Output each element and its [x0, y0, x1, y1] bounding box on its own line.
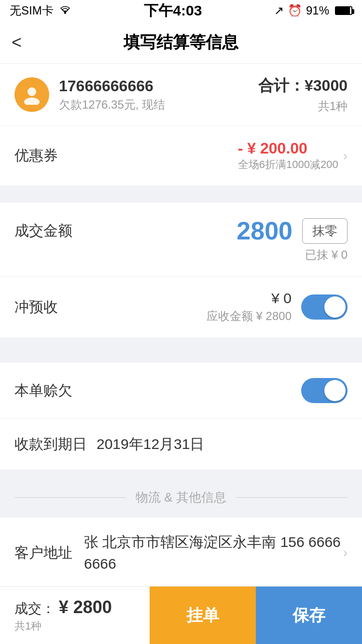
round-button[interactable]: 抹零 — [302, 218, 348, 244]
due-date-row: 收款到期日 2019年12月31日 — [14, 434, 348, 454]
logistics-title: 物流 & 其他信息 — [136, 489, 226, 506]
coupon-desc: 全场6折满1000减200 — [238, 157, 338, 172]
user-phone: 17666666666 — [59, 77, 258, 95]
divider-1 — [0, 193, 362, 203]
bottom-deal-row: 成交： ¥ 2800 — [14, 597, 135, 618]
address-label: 客户地址 — [14, 543, 72, 563]
battery-percent: 91% — [306, 4, 329, 17]
total-amount: 合计：¥3000 — [258, 75, 348, 97]
address-chevron-icon: › — [343, 545, 348, 560]
bad-debt-card: 本单赊欠 收款到期日 2019年12月31日 — [0, 363, 362, 470]
address-value: 张 北京市市辖区海淀区永丰南 156 6666 6666 — [84, 531, 343, 574]
back-button[interactable]: < — [12, 32, 22, 53]
svg-point-0 — [64, 12, 66, 14]
user-sub: 欠款1276.35元, 现结 — [59, 97, 258, 112]
prepay-values: ¥ 0 应收金额 ¥ 2800 — [207, 290, 292, 324]
battery-icon — [335, 6, 352, 15]
total-sub: 共1种 — [258, 98, 348, 114]
alarm-icon: ⏰ — [288, 4, 302, 17]
user-info: 17666666666 欠款1276.35元, 现结 — [59, 77, 258, 112]
amount-section: 成交金额 2800 抹零 已抹 ¥ 0 — [0, 203, 362, 276]
amount-row: 成交金额 2800 抹零 — [14, 216, 348, 245]
user-total: 合计：¥3000 共1种 — [258, 75, 348, 114]
amount-label: 成交金额 — [14, 221, 72, 241]
coupon-row[interactable]: 优惠券 - ¥ 200.00 全场6折满1000减200 › — [0, 126, 362, 185]
address-card: 客户地址 张 北京市市辖区海淀区永丰南 156 6666 6666 › — [0, 518, 362, 588]
amount-value: 2800 — [237, 216, 292, 245]
divider-2 — [0, 345, 362, 355]
coupon-right: - ¥ 200.00 全场6折满1000减200 › — [238, 140, 348, 172]
deal-amount-card: 成交金额 2800 抹零 已抹 ¥ 0 冲预收 ¥ 0 应收金额 ¥ 2800 — [0, 203, 362, 337]
bad-debt-label: 本单赊欠 — [14, 381, 72, 401]
bottom-summary: 成交： ¥ 2800 共1种 — [0, 597, 150, 633]
bad-debt-toggle[interactable] — [301, 378, 348, 403]
status-right: ↗ ⏰ 91% — [274, 4, 352, 17]
carrier-text: 无SIM卡 — [10, 3, 54, 18]
due-date-value: 2019年12月31日 — [97, 434, 204, 454]
prepay-toggle[interactable] — [301, 294, 348, 320]
svg-point-2 — [24, 98, 40, 105]
bottom-sub: 共1种 — [14, 619, 135, 633]
avatar — [14, 77, 49, 112]
user-info-card: 17666666666 欠款1276.35元, 现结 合计：¥3000 共1种 … — [0, 64, 362, 185]
bad-debt-section: 本单赊欠 — [0, 363, 362, 419]
status-left: 无SIM卡 — [10, 3, 72, 18]
logistics-header: 物流 & 其他信息 — [0, 477, 362, 518]
prepay-sub: 应收金额 ¥ 2800 — [207, 308, 292, 324]
logistics-line-left — [14, 497, 126, 498]
user-row: 17666666666 欠款1276.35元, 现结 合计：¥3000 共1种 — [0, 64, 362, 126]
save-button[interactable]: 保存 — [256, 587, 362, 644]
amount-sub: 已抹 ¥ 0 — [14, 247, 348, 263]
status-time: 下午4:03 — [144, 1, 202, 21]
bottom-amount: ¥ 2800 — [59, 597, 112, 617]
chevron-right-icon: › — [343, 148, 348, 164]
page-title: 填写结算等信息 — [124, 31, 238, 54]
prepay-amount: ¥ 0 — [207, 290, 292, 307]
due-date-label: 收款到期日 — [14, 434, 87, 454]
wifi-icon — [58, 4, 72, 17]
address-section[interactable]: 客户地址 张 北京市市辖区海淀区永丰南 156 6666 6666 › — [0, 518, 362, 588]
coupon-amount: - ¥ 200.00 — [238, 140, 338, 157]
nav-bar: < 填写结算等信息 — [0, 21, 362, 64]
content: 17666666666 欠款1276.35元, 现结 合计：¥3000 共1种 … — [0, 64, 362, 644]
coupon-label: 优惠券 — [14, 146, 58, 166]
amount-right: 2800 抹零 — [237, 216, 348, 245]
due-date-section: 收款到期日 2019年12月31日 — [0, 419, 362, 470]
prepay-section: 冲预收 ¥ 0 应收金额 ¥ 2800 — [0, 276, 362, 337]
logistics-line-right — [236, 497, 348, 498]
svg-point-1 — [28, 87, 36, 96]
prepay-label: 冲预收 — [14, 297, 58, 317]
hold-button[interactable]: 挂单 — [150, 587, 256, 644]
bottom-bar: 成交： ¥ 2800 共1种 挂单 保存 — [0, 586, 362, 644]
prepay-right: ¥ 0 应收金额 ¥ 2800 — [207, 290, 348, 324]
bottom-deal-label: 成交： — [14, 601, 55, 616]
prepay-row: 冲预收 ¥ 0 应收金额 ¥ 2800 — [14, 290, 348, 324]
location-icon: ↗ — [274, 4, 284, 17]
status-bar: 无SIM卡 下午4:03 ↗ ⏰ 91% — [0, 0, 362, 21]
